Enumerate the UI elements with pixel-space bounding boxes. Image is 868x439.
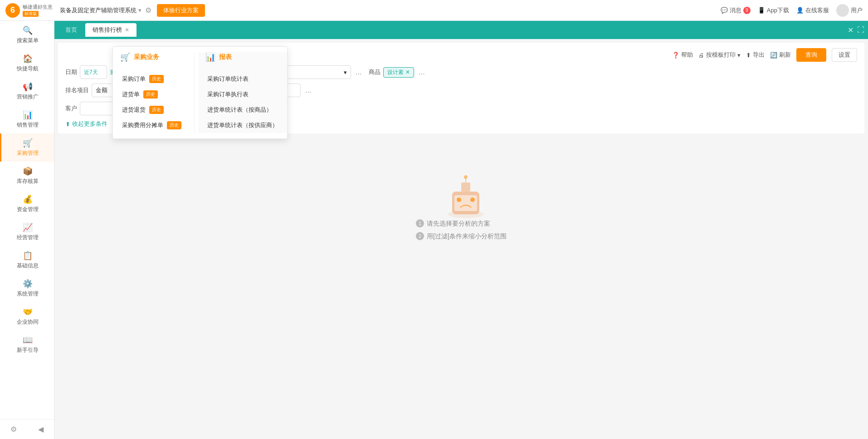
goods-filter: 商品 设计素 ✕ ... (369, 67, 424, 78)
help-btn[interactable]: ❓ 帮助 (672, 51, 693, 59)
message-item[interactable]: 💬 消息 9 (721, 6, 751, 15)
user-item[interactable]: 用户 (836, 4, 863, 17)
content-area: 首页 销售排行榜 ✕ ✕ ⛶ ❓ 帮助 (54, 21, 868, 439)
logo-icon: 6 (5, 3, 20, 18)
settings-bottom-icon[interactable]: ⚙ (10, 425, 17, 434)
online-service-item[interactable]: 👤 在线客服 (796, 6, 829, 15)
print-dropdown-icon: ▾ (737, 52, 741, 59)
goods-dots[interactable]: ... (419, 68, 424, 76)
logo-area: 6 畅捷通好生意 标准版 (5, 3, 60, 18)
badge-incoming: 历史 (143, 90, 158, 99)
top-bar: 6 畅捷通好生意 标准版 装备及固定资产辅助管理系统 ▾ ⚙ 体验行业方案 💬 … (0, 0, 868, 21)
search-icon: 🔍 (23, 25, 33, 35)
tab-sales-rank[interactable]: 销售排行榜 ✕ (85, 23, 137, 37)
sidebar-item-finance[interactable]: 💰 资金管理 (0, 190, 54, 218)
tab-expand-icon[interactable]: ⛶ (857, 26, 864, 35)
message-icon: 💬 (721, 7, 728, 14)
tabs-bar: 首页 销售排行榜 ✕ ✕ ⛶ (54, 21, 868, 39)
badge-purchase-order: 历史 (149, 75, 164, 83)
menu-col-reports: 📊 报表 采购订单统计表 采购订单执行表 进货单统计表（按商品） 进货单统计表（… (198, 52, 287, 133)
sidebar-item-operation[interactable]: 📈 经营管理 (0, 218, 54, 246)
export-icon: ⬆ (746, 52, 751, 59)
system-dropdown-icon[interactable]: ▾ (138, 7, 141, 14)
salesperson-dots[interactable]: ... (305, 86, 311, 94)
menu-item-report-incoming-supplier[interactable]: 进货单统计表（按供应商） (205, 118, 280, 133)
avatar (836, 4, 849, 17)
menu-item-purchase-order[interactable]: 采购订单 历史 (120, 71, 183, 87)
tab-close-all-icon[interactable]: ✕ (848, 26, 853, 35)
sidebar-item-stock[interactable]: 📦 库存核算 (0, 162, 54, 190)
sidebar-item-basic[interactable]: 📋 基础信息 (0, 246, 54, 274)
operation-icon: 📈 (23, 222, 33, 232)
customer-label: 客户 (65, 104, 77, 113)
industry-btn[interactable]: 体验行业方案 (157, 4, 205, 17)
menu-item-report-order-stat[interactable]: 采购订单统计表 (205, 71, 280, 87)
sidebar-item-quicknav[interactable]: 🏠 快捷导航 (0, 49, 54, 77)
print-btn[interactable]: 🖨 按模板打印 ▾ (698, 51, 741, 59)
empty-state: 1 请先选择要分析的方案 2 用[过滤]条件来缩小分析范围 (54, 137, 868, 279)
sidebar-item-marketing[interactable]: 📢 营销推广 (0, 77, 54, 105)
purchase-icon: 🛒 (23, 138, 33, 148)
refresh-icon: 🔄 (770, 52, 777, 59)
service-icon: 👤 (796, 7, 804, 14)
sidebar-item-system[interactable]: ⚙️ 系统管理 (0, 274, 54, 302)
system-icon: ⚙️ (23, 279, 33, 289)
query-btn[interactable]: 查询 (796, 48, 826, 62)
date-quick-select[interactable]: 近7天 (80, 65, 107, 79)
home-icon: 🏠 (23, 54, 33, 64)
export-btn[interactable]: ⬆ 导出 (746, 51, 765, 59)
newbie-icon: 📖 (23, 335, 33, 345)
help-icon: ❓ (672, 52, 679, 59)
logo-text: 畅捷通好生意 标准版 (23, 4, 53, 17)
sidebar-bottom: ⚙ ◀ (0, 419, 54, 439)
settings-btn[interactable]: 设置 (832, 48, 857, 62)
main-layout: 🔍 搜索菜单 🏠 快捷导航 📢 营销推广 📊 销售管理 🛒 采购管理 📦 库存核… (0, 21, 868, 439)
top-bar-right: 💬 消息 9 📱 App下载 👤 在线客服 用户 (721, 4, 863, 17)
goods-tag: 设计素 ✕ (383, 67, 414, 78)
refresh-btn[interactable]: 🔄 刷新 (770, 51, 791, 59)
enterprise-icon: 🤝 (23, 307, 33, 317)
step2-num: 2 (416, 232, 424, 240)
tab-home[interactable]: 首页 (58, 23, 84, 37)
svg-rect-5 (461, 183, 470, 192)
menu-item-report-incoming-goods[interactable]: 进货单统计表（按商品） (205, 102, 280, 118)
collapse-sidebar-icon[interactable]: ◀ (38, 425, 44, 434)
tabs-controls: ✕ ⛶ (848, 26, 864, 35)
goods-label: 商品 (369, 68, 380, 76)
menu-item-return[interactable]: 进货退货 历史 (120, 102, 183, 118)
menu-item-incoming[interactable]: 进货单 历史 (120, 87, 183, 102)
sidebar-item-purchase[interactable]: 🛒 采购管理 (0, 133, 54, 162)
purchase-menu-icon: 🛒 (120, 52, 130, 62)
print-icon: 🖨 (698, 52, 704, 59)
empty-svg (439, 173, 493, 219)
app-download-item[interactable]: 📱 App下载 (758, 6, 789, 15)
status-chevron: ▾ (344, 69, 347, 76)
goods-tag-close[interactable]: ✕ (405, 69, 410, 75)
step1-num: 1 (416, 219, 424, 227)
svg-rect-2 (454, 195, 477, 211)
svg-point-4 (470, 197, 475, 202)
menu-col-purchase: 🛒 采购业务 采购订单 历史 进货单 历史 进货退货 历史 采购费用分摊单 (113, 52, 190, 133)
system-area: 装备及固定资产辅助管理系统 ▾ ⚙ 体验行业方案 (60, 4, 721, 17)
message-badge: 9 (743, 7, 751, 14)
sidebar-item-newbie[interactable]: 📖 新手引导 (0, 330, 54, 359)
menu-item-report-order-exec[interactable]: 采购订单执行表 (205, 87, 280, 102)
menu-item-cost[interactable]: 采购费用分摊单 历史 (120, 118, 183, 133)
sales-icon: 📊 (23, 110, 33, 120)
finance-icon: 💰 (23, 194, 33, 204)
system-settings-icon[interactable]: ⚙ (145, 6, 151, 15)
stock-icon: 📦 (23, 166, 33, 176)
sidebar-item-enterprise[interactable]: 🤝 企业协同 (0, 302, 54, 330)
svg-point-7 (464, 175, 468, 179)
purchase-dropdown-menu: 🛒 采购业务 采购订单 历史 进货单 历史 进货退货 历史 采购费用分摊单 (112, 46, 288, 139)
badge-cost: 历史 (167, 121, 181, 129)
sidebar-item-search[interactable]: 🔍 搜索菜单 (0, 21, 54, 49)
sidebar: 🔍 搜索菜单 🏠 快捷导航 📢 营销推广 📊 销售管理 🛒 采购管理 📦 库存核… (0, 21, 54, 439)
status-dots[interactable]: ... (356, 68, 361, 76)
empty-text: 1 请先选择要分析的方案 2 用[过滤]条件来缩小分析范围 (416, 217, 507, 242)
menu-col-title-purchase: 🛒 采购业务 (120, 52, 183, 66)
tab-close-icon[interactable]: ✕ (125, 27, 129, 33)
date-label: 日期 (65, 68, 77, 76)
sidebar-item-sales[interactable]: 📊 销售管理 (0, 105, 54, 133)
svg-point-3 (457, 197, 461, 202)
